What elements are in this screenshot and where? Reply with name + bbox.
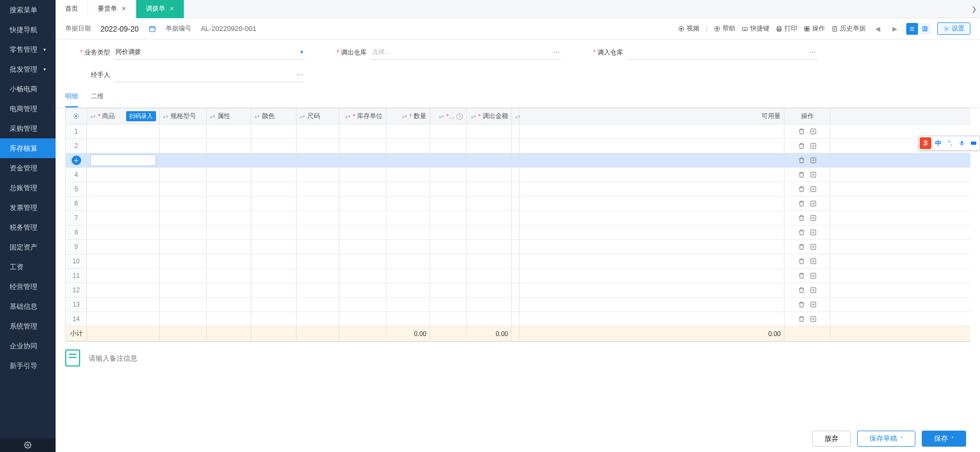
- view-list-icon[interactable]: [906, 23, 918, 35]
- table-row[interactable]: 2: [66, 139, 970, 153]
- row-insert-icon[interactable]: [810, 185, 817, 193]
- ops-link[interactable]: 操作: [804, 24, 825, 33]
- table-row[interactable]: 6: [66, 197, 970, 211]
- next-doc-icon[interactable]: ▶: [889, 24, 900, 34]
- sidebar-item[interactable]: 电商管理: [0, 99, 56, 119]
- out-warehouse-select[interactable]: 选择... ⋯: [371, 45, 561, 60]
- sidebar-item[interactable]: 税务管理: [0, 217, 56, 237]
- row-insert-icon[interactable]: [810, 200, 817, 207]
- sidebar-item[interactable]: 快捷导航: [0, 20, 56, 40]
- prev-doc-icon[interactable]: ◀: [872, 24, 883, 34]
- sidebar-item[interactable]: 零售管理▾: [0, 40, 56, 59]
- table-row[interactable]: 11: [66, 269, 970, 283]
- hotkey-link[interactable]: 快捷键: [742, 24, 769, 33]
- row-insert-icon[interactable]: [810, 258, 817, 265]
- in-warehouse-select[interactable]: ⋯: [627, 45, 818, 60]
- row-insert-icon[interactable]: [810, 214, 817, 222]
- table-row[interactable]: +: [66, 153, 970, 168]
- sidebar-item[interactable]: 小畅电商: [0, 79, 56, 99]
- scan-badge[interactable]: 扫码录入: [126, 111, 156, 121]
- tab-2d[interactable]: 二维: [91, 88, 104, 107]
- sidebar-item[interactable]: 工资: [0, 257, 56, 277]
- ime-punct-icon[interactable]: °,: [944, 137, 956, 149]
- add-row-icon[interactable]: +: [72, 155, 81, 165]
- calendar-icon[interactable]: [149, 25, 156, 33]
- sidebar-item[interactable]: 库存核算: [0, 138, 56, 158]
- sidebar-item[interactable]: 经营管理: [0, 277, 56, 297]
- close-icon[interactable]: ✕: [121, 5, 126, 12]
- view-columns-icon[interactable]: [919, 23, 931, 35]
- row-delete-icon[interactable]: [798, 315, 805, 323]
- sidebar-item[interactable]: 资金管理: [0, 158, 56, 178]
- row-delete-icon[interactable]: [798, 229, 805, 236]
- note-input[interactable]: [89, 350, 970, 365]
- sidebar-item[interactable]: 采购管理: [0, 119, 56, 138]
- ime-keyboard-icon[interactable]: [968, 137, 979, 149]
- sidebar-item[interactable]: 企业协同: [0, 336, 56, 356]
- ime-toolbar[interactable]: S 中 °,: [918, 136, 980, 151]
- row-delete-icon[interactable]: [798, 142, 805, 150]
- row-insert-icon[interactable]: [810, 315, 817, 323]
- row-insert-icon[interactable]: [810, 142, 817, 150]
- row-delete-icon[interactable]: [798, 157, 805, 164]
- product-cell-input[interactable]: [90, 154, 156, 166]
- col-qty[interactable]: ▴▾* 数量: [386, 108, 430, 124]
- sidebar-item[interactable]: 系统管理: [0, 316, 56, 336]
- biz-type-select[interactable]: 同价调拨 ▾: [114, 45, 305, 60]
- table-row[interactable]: 7: [66, 211, 970, 225]
- discard-button[interactable]: 放弃: [812, 431, 851, 447]
- settings-button[interactable]: 设置: [937, 22, 970, 35]
- col-extra[interactable]: ▴▾*...?: [430, 108, 466, 124]
- table-row[interactable]: 12: [66, 283, 970, 298]
- col-config-icon[interactable]: [66, 108, 87, 124]
- sidebar-item[interactable]: 搜索菜单: [0, 0, 56, 20]
- row-insert-icon[interactable]: [810, 229, 817, 236]
- row-delete-icon[interactable]: [798, 185, 805, 193]
- sidebar-item[interactable]: 总账管理: [0, 178, 56, 198]
- help-link[interactable]: ?帮助: [714, 24, 735, 33]
- save-draft-button[interactable]: 保存草稿˄: [857, 431, 915, 447]
- sidebar-settings-icon[interactable]: [0, 438, 56, 452]
- table-row[interactable]: 1: [66, 124, 970, 139]
- row-delete-icon[interactable]: [798, 171, 805, 178]
- table-row[interactable]: 4: [66, 168, 970, 182]
- tab[interactable]: 要货单✕: [88, 0, 136, 18]
- table-row[interactable]: 14: [66, 312, 970, 326]
- handler-select[interactable]: ⋯: [114, 67, 305, 82]
- tab[interactable]: 调拨单✕: [136, 0, 184, 18]
- row-delete-icon[interactable]: [798, 200, 805, 207]
- save-button[interactable]: 保存˄: [922, 431, 966, 447]
- col-color[interactable]: ▴▾颜色: [251, 108, 297, 124]
- ime-mic-icon[interactable]: [956, 137, 968, 149]
- row-insert-icon[interactable]: [810, 128, 817, 135]
- row-insert-icon[interactable]: [810, 171, 817, 178]
- col-attr[interactable]: ▴▾属性: [207, 108, 251, 124]
- tab-detail[interactable]: 明细: [65, 88, 78, 107]
- row-insert-icon[interactable]: [810, 272, 817, 279]
- sidebar-item[interactable]: 基础信息: [0, 297, 56, 316]
- history-link[interactable]: 历史单据: [831, 24, 866, 33]
- col-spec[interactable]: ▴▾规格型号: [160, 108, 207, 124]
- row-delete-icon[interactable]: [798, 128, 805, 135]
- row-insert-icon[interactable]: [810, 157, 817, 164]
- col-avail[interactable]: 可用量: [519, 108, 784, 124]
- col-amount[interactable]: ▴▾* 调出金额: [466, 108, 512, 124]
- row-delete-icon[interactable]: [798, 214, 805, 222]
- close-icon[interactable]: ✕: [169, 5, 174, 12]
- row-insert-icon[interactable]: [810, 301, 817, 308]
- sidebar-item[interactable]: 发票管理: [0, 198, 56, 217]
- col-product[interactable]: ▴▾* 商品扫码录入: [87, 108, 160, 124]
- sidebar-item[interactable]: 批发管理▾: [0, 59, 56, 79]
- table-row[interactable]: 8: [66, 225, 970, 240]
- sidebar-item[interactable]: 固定资产: [0, 237, 56, 257]
- tab[interactable]: 首页: [56, 0, 88, 18]
- table-row[interactable]: 13: [66, 298, 970, 312]
- col-unit[interactable]: ▴▾* 库存单位: [339, 108, 386, 124]
- row-delete-icon[interactable]: [798, 258, 805, 265]
- row-delete-icon[interactable]: [798, 301, 805, 308]
- row-insert-icon[interactable]: [810, 243, 817, 251]
- date-value[interactable]: 2022-09-20: [100, 25, 139, 33]
- table-row[interactable]: 5: [66, 182, 970, 197]
- video-link[interactable]: 视频: [678, 24, 699, 33]
- sidebar-item[interactable]: 新手引导: [0, 356, 56, 376]
